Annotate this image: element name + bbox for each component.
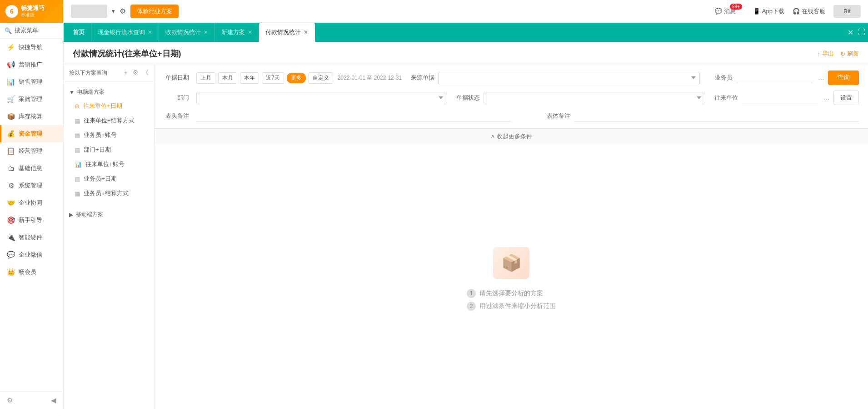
sidebar-item-inventory[interactable]: 📦库存核算: [0, 108, 63, 125]
sidebar-item-hardware[interactable]: 🔌智能硬件: [0, 229, 63, 246]
doc-status-select-wrapper: [484, 92, 705, 104]
sidebar-footer: ⚙ ◀: [0, 391, 63, 409]
nav-label-marketing: 营销推广: [19, 61, 42, 69]
header-dropdown-icon[interactable]: ▾: [112, 8, 115, 15]
tab-close-new-scheme[interactable]: ✕: [248, 29, 252, 35]
source-label: 来源单据: [409, 74, 434, 82]
export-btn[interactable]: ↑ 导出: [818, 50, 834, 58]
sidebar-item-purchase[interactable]: 🛒采购管理: [0, 91, 63, 108]
collapse-icon[interactable]: ◀: [50, 396, 58, 404]
notification-btn[interactable]: 💬 消息 99+: [715, 7, 736, 15]
date-btn-last-month[interactable]: 上月: [196, 72, 215, 84]
export-label: 导出: [822, 50, 834, 58]
date-btn-this-year[interactable]: 本年: [240, 72, 259, 84]
left-panel-header-text: 按以下方案查询: [69, 69, 107, 77]
nav-icon-collab: 🤝: [7, 199, 15, 207]
scheme-icon: ▦: [75, 117, 80, 124]
staff-input[interactable]: [736, 72, 813, 83]
empty-hint-2: 2 用过滤条件来缩小分析范围: [467, 302, 556, 311]
sidebar-item-sales[interactable]: 📊销售管理: [0, 73, 63, 91]
tab-new-scheme[interactable]: 新建方案✕: [215, 23, 259, 42]
nav-icon-system: ⚙: [7, 182, 15, 190]
filter-row-3: 表头备注 表体备注: [164, 111, 859, 121]
refresh-label: 刷新: [847, 50, 859, 58]
scheme-icon: ▦: [75, 190, 80, 197]
sidebar-item-quick-nav[interactable]: ⚡快捷导航: [0, 39, 63, 56]
date-btn-7days[interactable]: 近7天: [262, 72, 284, 84]
tab-home[interactable]: 首页: [66, 23, 91, 42]
nav-label-sales: 销售管理: [19, 78, 42, 86]
logo-icon: 6: [5, 5, 18, 18]
page-actions: ↑ 导出 ↻ 刷新: [818, 50, 859, 58]
scheme-item-业务员-日期[interactable]: ▦业务员+日期: [64, 172, 154, 186]
desktop-scheme-title[interactable]: ▼ 电脑端方案: [64, 86, 154, 99]
query-btn[interactable]: 查询: [828, 71, 859, 85]
left-panel-header: 按以下方案查询 ＋ ⚙ 《: [64, 64, 154, 82]
tab-payment-stats[interactable]: 付款情况统计✕: [259, 23, 315, 42]
date-btn-more[interactable]: 更多: [287, 73, 306, 83]
dept-select[interactable]: [196, 92, 447, 104]
sidebar-item-operation[interactable]: 📋经营管理: [0, 142, 63, 160]
tab-close-payment-stats[interactable]: ✕: [304, 29, 308, 35]
body-remark-input[interactable]: [574, 111, 859, 121]
tab-bank-flow[interactable]: 现金银行流水查询✕: [91, 23, 159, 42]
doc-status-select[interactable]: [484, 92, 705, 104]
tab-expand-icon[interactable]: ⛶: [858, 28, 865, 36]
sidebar-item-capital[interactable]: 💰资金管理: [0, 125, 63, 142]
content: 付款情况统计(往来单位+日期) ↑ 导出 ↻ 刷新 按以下方案查询 ＋: [64, 42, 868, 409]
filter-panel: 单据日期 上月 本月 本年 近7天 更多 自定义 2022-01-01 至 20…: [155, 64, 868, 128]
sidebar-header: 6 畅捷通巧 标准版: [0, 0, 63, 23]
sidebar-item-guide[interactable]: 🎯新手引导: [0, 212, 63, 229]
scheme-item-往来单位-账号[interactable]: 📊往来单位+账号: [64, 157, 154, 172]
filter-row-2: 部门 单据状态 往来单位 …: [164, 91, 859, 105]
page-title: 付款情况统计(往来单位+日期): [73, 48, 181, 59]
date-btn-this-month[interactable]: 本月: [218, 72, 237, 84]
staff-dots-icon[interactable]: …: [818, 74, 824, 81]
sidebar-subtitle: 标准版: [21, 12, 45, 18]
scheme-item-业务员-结算方式[interactable]: ▦业务员+结算方式: [64, 186, 154, 201]
sidebar-search[interactable]: 🔍 搜索菜单: [0, 23, 63, 39]
scheme-item-往来单位-结算方式[interactable]: ▦往来单位+结算方式: [64, 113, 154, 128]
scheme-label: 业务员+账号: [84, 131, 117, 139]
date-btn-custom[interactable]: 自定义: [309, 72, 333, 84]
online-service-btn[interactable]: 🎧 在线客服: [793, 7, 825, 15]
scheme-icon: ⊙: [75, 103, 80, 110]
scheme-item-往来单位-日期[interactable]: ⊙往来单位+日期: [64, 99, 154, 113]
scheme-item-部门-日期[interactable]: ▦部门+日期: [64, 142, 154, 157]
app-download-label: App下载: [762, 7, 784, 15]
tab-receipt-stats[interactable]: 收款情况统计✕: [159, 23, 215, 42]
nav-label-member: 畅会员: [19, 268, 36, 276]
nav-icon-purchase: 🛒: [7, 95, 15, 103]
sidebar-item-wechat[interactable]: 💬企业微信: [0, 246, 63, 263]
nav-icon-guide: 🎯: [7, 216, 15, 224]
collapse-panel-icon[interactable]: 《: [142, 69, 149, 77]
scheme-item-业务员-账号[interactable]: ▦业务员+账号: [64, 128, 154, 142]
trial-btn[interactable]: 体验行业方案: [130, 5, 179, 18]
sidebar-item-system[interactable]: ⚙系统管理: [0, 177, 63, 194]
headset-icon: 🎧: [793, 8, 800, 15]
user-avatar[interactable]: Rit: [833, 5, 861, 18]
settings-scheme-icon[interactable]: ⚙: [133, 69, 139, 77]
app-download-btn[interactable]: 📱 App下载: [753, 7, 784, 15]
settings-icon[interactable]: ⚙: [5, 396, 14, 404]
collapse-bar[interactable]: ∧ 收起更多条件: [155, 128, 868, 144]
sidebar-item-collab[interactable]: 🤝企业协同: [0, 194, 63, 212]
sidebar-item-basic-info[interactable]: 🗂基础信息: [0, 160, 63, 177]
tab-close-all-icon[interactable]: ✕: [848, 28, 853, 37]
refresh-btn[interactable]: ↻ 刷新: [840, 50, 859, 58]
source-select[interactable]: [438, 72, 700, 84]
header-remark-input[interactable]: [196, 111, 510, 121]
partner-input[interactable]: [742, 92, 818, 103]
header-settings-icon[interactable]: ⚙: [120, 7, 126, 15]
empty-icon: 📦: [489, 242, 534, 283]
partner-dots-icon[interactable]: …: [823, 94, 830, 101]
nav-icon-inventory: 📦: [7, 112, 15, 121]
settings-btn[interactable]: 设置: [833, 91, 859, 105]
nav-icon-basic-info: 🗂: [7, 165, 15, 172]
tab-close-bank-flow[interactable]: ✕: [148, 29, 152, 35]
sidebar-item-marketing[interactable]: 📢营销推广: [0, 56, 63, 73]
tab-close-receipt-stats[interactable]: ✕: [204, 29, 208, 35]
sidebar-item-member[interactable]: 👑畅会员: [0, 263, 63, 281]
add-scheme-icon[interactable]: ＋: [123, 69, 129, 77]
mobile-scheme-title[interactable]: ▶ 移动端方案: [64, 208, 154, 221]
